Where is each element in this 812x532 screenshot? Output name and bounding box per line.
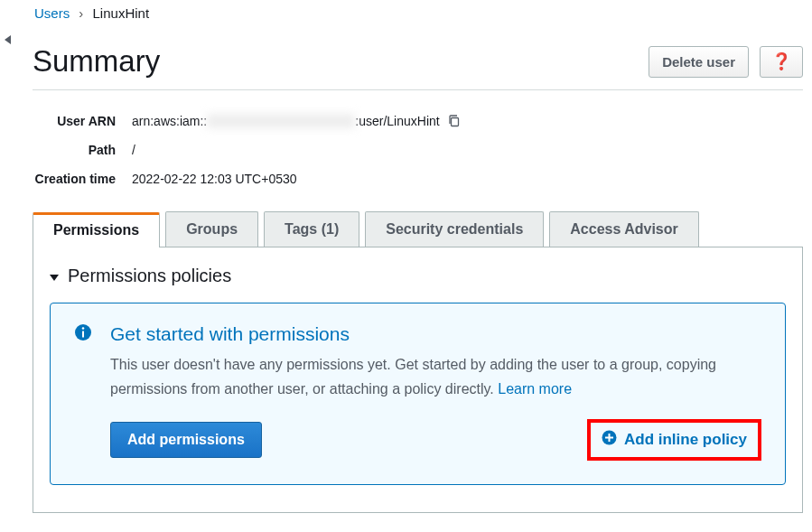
add-permissions-button[interactable]: Add permissions (110, 422, 262, 458)
chevron-right-icon: › (79, 5, 83, 21)
tab-security-credentials[interactable]: Security credentials (365, 211, 544, 247)
svg-rect-1 (451, 118, 458, 126)
delete-user-button[interactable]: Delete user (649, 46, 749, 78)
user-arn-value: arn:aws:iam::XXXXXXXXX:user/LinuxHint (132, 114, 440, 128)
divider (33, 89, 803, 90)
copy-icon[interactable] (447, 114, 462, 128)
plus-circle-icon (602, 430, 617, 450)
svg-rect-8 (605, 437, 613, 439)
creation-time-value: 2022-02-22 12:03 UTC+0530 (132, 164, 462, 193)
svg-marker-2 (50, 275, 59, 281)
breadcrumb-users-link[interactable]: Users (34, 5, 70, 21)
info-icon (74, 323, 92, 461)
add-inline-policy-link[interactable]: Add inline policy (602, 430, 747, 450)
breadcrumb: Users › LinuxHint (0, 0, 812, 26)
breadcrumb-current: LinuxHint (93, 5, 150, 21)
user-details: User ARN arn:aws:iam::XXXXXXXXX:user/Lin… (33, 107, 462, 193)
path-label: Path (33, 135, 132, 164)
tab-content-permissions: Permissions policies Get started with pe… (33, 247, 803, 513)
permissions-policies-toggle[interactable]: Permissions policies (50, 266, 786, 286)
path-value: / (132, 135, 462, 164)
tab-groups[interactable]: Groups (165, 211, 258, 247)
page-title: Summary (33, 44, 160, 79)
tab-access-advisor[interactable]: Access Advisor (549, 211, 698, 247)
help-button[interactable]: ❓ (760, 46, 803, 78)
tab-permissions[interactable]: Permissions (33, 212, 160, 247)
tabs: Permissions Groups Tags (1) Security cre… (33, 211, 803, 247)
add-inline-policy-highlight: Add inline policy (587, 419, 761, 461)
tab-tags[interactable]: Tags (1) (264, 211, 359, 247)
banner-text: This user doesn't have any permissions y… (110, 352, 761, 401)
banner-title: Get started with permissions (110, 323, 761, 345)
svg-point-5 (82, 327, 85, 330)
help-icon: ❓ (771, 52, 791, 70)
get-started-banner: Get started with permissions This user d… (50, 303, 786, 485)
svg-rect-4 (82, 331, 84, 338)
caret-down-icon (50, 266, 59, 286)
learn-more-link[interactable]: Learn more (498, 381, 572, 397)
permissions-policies-title: Permissions policies (68, 266, 231, 286)
user-arn-label: User ARN (33, 107, 132, 135)
sidebar-collapse-toggle[interactable] (4, 33, 13, 47)
svg-marker-0 (5, 35, 11, 44)
creation-time-label: Creation time (33, 164, 132, 193)
